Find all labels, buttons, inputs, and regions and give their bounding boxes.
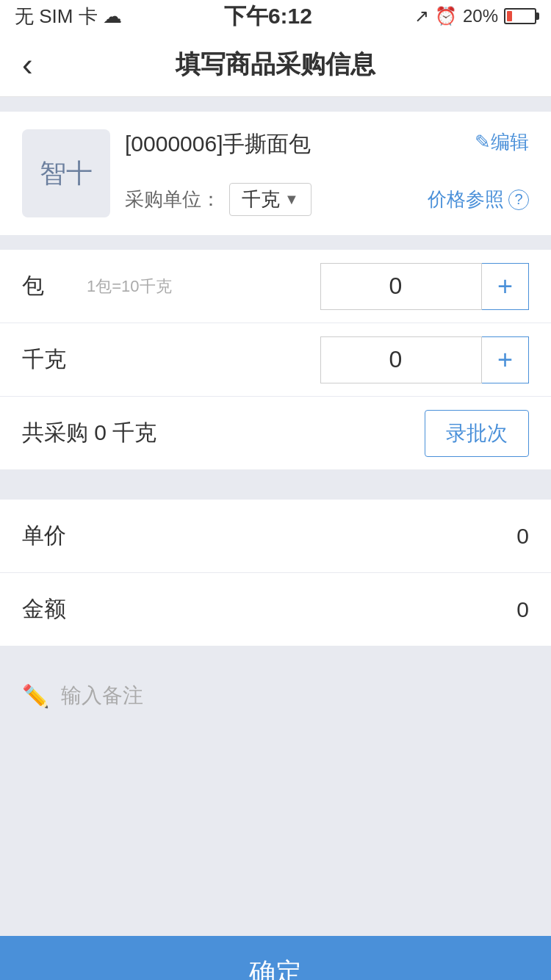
bag-input[interactable] <box>320 263 482 310</box>
confirm-button[interactable]: 确定 <box>0 936 551 980</box>
bag-row: 包 1包=10千克 + <box>0 250 551 323</box>
bag-plus-button[interactable]: + <box>482 263 529 310</box>
price-ref-label: 价格参照 <box>428 187 504 212</box>
sim-label: 无 SIM 卡 ☁ <box>15 4 122 29</box>
empty-space <box>0 730 551 936</box>
edit-button[interactable]: ✎编辑 <box>475 129 529 155</box>
product-name: [0000006]手撕面包 <box>125 129 311 159</box>
unit-price-value: 0 <box>516 524 529 549</box>
input-section: 包 1包=10千克 + 千克 + 共采购 0 千克 录批次 <box>0 250 551 470</box>
status-bar: 无 SIM 卡 ☁ 下午6:12 ↗ ⏰ 20% <box>0 0 551 32</box>
summary-row: 共采购 0 千克 录批次 <box>0 397 551 470</box>
kg-row: 千克 + <box>0 323 551 397</box>
product-card: 智十 [0000006]手撕面包 ✎编辑 采购单位： 千克 ▼ 价格参照 ? <box>0 112 551 235</box>
location-icon: ↗ <box>414 6 429 26</box>
bag-input-wrap: + <box>320 263 529 310</box>
battery-icon <box>504 8 536 24</box>
price-ref-button[interactable]: 价格参照 ? <box>428 187 529 212</box>
unit-price-row: 单价 0 <box>0 500 551 573</box>
bag-label: 包 <box>22 271 81 301</box>
status-time: 下午6:12 <box>224 1 312 32</box>
batch-button[interactable]: 录批次 <box>425 410 529 457</box>
separator-1 <box>0 235 551 250</box>
amount-row: 金额 0 <box>0 573 551 646</box>
unit-label: 采购单位： <box>125 187 220 212</box>
product-image: 智十 <box>22 129 110 217</box>
battery-percent: 20% <box>463 6 498 26</box>
unit-select[interactable]: 千克 ▼ <box>229 183 311 216</box>
page-title: 填写商品采购信息 <box>176 48 375 82</box>
unit-price-label: 单价 <box>22 521 66 551</box>
notes-section[interactable]: ✏️ 输入备注 <box>0 661 551 730</box>
help-icon: ? <box>508 190 529 210</box>
pencil-icon: ✏️ <box>22 683 49 709</box>
product-info: [0000006]手撕面包 ✎编辑 采购单位： 千克 ▼ 价格参照 ? <box>125 129 529 216</box>
price-section: 单价 0 金额 0 <box>0 500 551 646</box>
amount-label: 金额 <box>22 594 66 624</box>
status-left: 无 SIM 卡 ☁ <box>15 4 122 29</box>
nav-bar: ‹ 填写商品采购信息 <box>0 32 551 97</box>
kg-input[interactable] <box>320 336 482 383</box>
kg-label: 千克 <box>22 345 81 375</box>
summary-text: 共采购 0 千克 <box>22 418 156 448</box>
separator-2 <box>0 470 551 485</box>
alarm-icon: ⏰ <box>435 6 457 26</box>
back-button[interactable]: ‹ <box>22 48 48 81</box>
unit-arrow-icon: ▼ <box>284 191 299 208</box>
notes-placeholder: 输入备注 <box>61 682 143 710</box>
unit-value: 千克 <box>242 187 280 212</box>
kg-input-wrap: + <box>320 336 529 383</box>
product-logo: 智十 <box>40 156 93 192</box>
status-right: ↗ ⏰ 20% <box>414 6 536 26</box>
bag-sublabel: 1包=10千克 <box>87 275 172 298</box>
kg-plus-button[interactable]: + <box>482 336 529 383</box>
amount-value: 0 <box>516 597 529 622</box>
